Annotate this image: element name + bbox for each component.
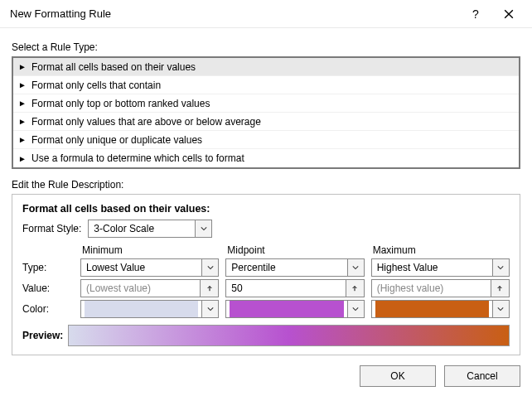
value-min-input[interactable]: (Lowest value) <box>80 279 201 297</box>
preview-label: Preview: <box>22 330 63 341</box>
arrow-icon: ► <box>18 154 28 163</box>
format-style-select[interactable]: 3-Color Scale <box>88 220 212 238</box>
preview-gradient <box>68 325 510 346</box>
type-mid-value: Percentile <box>226 262 346 273</box>
dialog-title: New Formatting Rule <box>10 7 459 20</box>
rule-type-text: Use a formula to determine which cells t… <box>31 152 244 164</box>
rule-type-item[interactable]: ► Format only unique or duplicate values <box>13 131 519 149</box>
rule-type-item[interactable]: ► Format only cells that contain <box>13 76 519 94</box>
help-button[interactable]: ? <box>459 2 492 26</box>
type-min-select[interactable]: Lowest Value <box>80 258 219 277</box>
chevron-down-icon <box>492 259 509 276</box>
close-icon <box>504 9 514 19</box>
format-style-label: Format Style: <box>22 223 81 234</box>
description-heading: Format all cells based on their values: <box>22 203 510 215</box>
range-picker-icon <box>351 285 358 292</box>
chevron-down-icon <box>195 220 211 237</box>
rule-description-box: Format all cells based on their values: … <box>12 194 520 355</box>
chevron-down-icon <box>347 301 364 317</box>
range-picker-button[interactable] <box>491 279 510 297</box>
type-mid-select[interactable]: Percentile <box>225 258 364 277</box>
edit-rule-description-label: Edit the Rule Description: <box>12 179 520 191</box>
rule-type-item[interactable]: ► Use a formula to determine which cells… <box>13 149 519 167</box>
cancel-button[interactable]: Cancel <box>444 365 520 387</box>
column-max-label: Maximum <box>371 244 510 256</box>
rule-type-text: Format only cells that contain <box>31 80 161 91</box>
color-mid-select[interactable] <box>225 300 364 318</box>
dialog-buttons: OK Cancel <box>0 355 532 398</box>
column-mid-label: Midpoint <box>225 244 364 256</box>
chevron-down-icon <box>201 259 218 276</box>
arrow-icon: ► <box>18 117 28 126</box>
color-max-swatch <box>375 301 489 317</box>
arrow-icon: ► <box>18 99 28 108</box>
chevron-down-icon <box>347 259 364 276</box>
rule-type-item[interactable]: ► Format only top or bottom ranked value… <box>13 94 519 113</box>
titlebar: New Formatting Rule ? <box>0 0 532 28</box>
range-picker-button[interactable] <box>201 279 219 297</box>
select-rule-type-label: Select a Rule Type: <box>12 41 520 53</box>
rule-type-text: Format all cells based on their values <box>31 61 196 73</box>
color-min-select[interactable] <box>80 300 219 318</box>
rule-type-item[interactable]: ► Format all cells based on their values <box>13 58 519 76</box>
color-row-label: Color: <box>22 303 74 315</box>
rule-type-text: Format only top or bottom ranked values <box>31 98 210 109</box>
close-button[interactable] <box>492 2 525 26</box>
type-row-label: Type: <box>22 262 74 273</box>
arrow-icon: ► <box>18 62 28 71</box>
rule-type-text: Format only unique or duplicate values <box>31 134 202 146</box>
rule-type-item[interactable]: ► Format only values that are above or b… <box>13 113 519 131</box>
range-picker-icon <box>496 285 503 292</box>
color-mid-swatch <box>230 301 343 317</box>
value-min-placeholder: (Lowest value) <box>81 282 200 294</box>
value-row-label: Value: <box>22 282 74 294</box>
value-max-placeholder: (Highest value) <box>372 282 491 294</box>
rule-type-text: Format only values that are above or bel… <box>31 116 261 128</box>
chevron-down-icon <box>201 301 218 317</box>
dialog-content: Select a Rule Type: ► Format all cells b… <box>0 28 532 355</box>
range-picker-icon <box>206 285 213 292</box>
type-max-value: Highest Value <box>372 262 492 273</box>
column-min-label: Minimum <box>80 244 219 256</box>
color-max-select[interactable] <box>371 300 510 318</box>
color-min-swatch <box>85 301 198 317</box>
rule-type-list[interactable]: ► Format all cells based on their values… <box>12 56 520 169</box>
value-mid-text: 50 <box>226 282 345 294</box>
range-picker-button[interactable] <box>346 279 365 297</box>
value-max-input[interactable]: (Highest value) <box>371 279 491 297</box>
arrow-icon: ► <box>18 135 28 144</box>
format-style-value: 3-Color Scale <box>89 223 195 234</box>
ok-button[interactable]: OK <box>360 365 436 387</box>
type-min-value: Lowest Value <box>81 262 201 273</box>
arrow-icon: ► <box>18 80 28 89</box>
chevron-down-icon <box>492 301 509 317</box>
type-max-select[interactable]: Highest Value <box>371 258 510 277</box>
value-mid-input[interactable]: 50 <box>225 279 346 297</box>
